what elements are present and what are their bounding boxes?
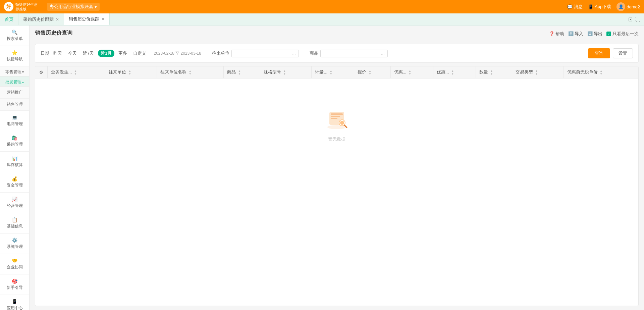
content-area: 销售历史价查询 ❓ 帮助 ⬆️ 导入 ⬇️ 导出 ✓ bbox=[30, 25, 644, 310]
column-quantity[interactable]: 数量 ▲▼ bbox=[476, 66, 512, 78]
column-unit[interactable]: 计量... ▲▼ bbox=[312, 66, 354, 78]
table-header-row: ⚙ 业务发生... ▲▼ 往来单位 ▲▼ 往来单位名称 bbox=[35, 66, 638, 78]
purchase-mgmt-label: 采购管理 bbox=[7, 142, 23, 147]
top-toolbar: ❓ 帮助 ⬆️ 导入 ⬇️ 导出 ✓ 只看最后一次 bbox=[549, 31, 639, 37]
maximize-icon[interactable]: ⛶ bbox=[635, 16, 641, 22]
import-button[interactable]: ⬆️ 导入 bbox=[568, 31, 583, 37]
sort-icon-quantity: ▲▼ bbox=[490, 69, 493, 75]
query-row: 日期 昨天 今天 近7天 近1月 更多 自定义 2023-02-18 至 202… bbox=[41, 48, 633, 58]
partner-field: 往来单位 ... bbox=[212, 50, 299, 57]
column-goods[interactable]: 商品 ▲▼ bbox=[224, 66, 260, 78]
logo-text: 畅捷信好生意 标准版 bbox=[15, 2, 38, 12]
date-range-text: 2023-02-18 至 2023-03-18 bbox=[154, 51, 201, 56]
gear-icon[interactable]: ⚙ bbox=[39, 70, 43, 75]
goods-input[interactable] bbox=[323, 51, 380, 56]
sort-icon-goods: ▲▼ bbox=[238, 69, 241, 75]
ecommerce-label: 电商管理 bbox=[7, 121, 23, 127]
partner-input[interactable] bbox=[234, 51, 291, 56]
column-trade-type[interactable]: 交易类型 ▲▼ bbox=[512, 66, 564, 78]
date-btn-7days[interactable]: 近7天 bbox=[81, 50, 96, 57]
help-button[interactable]: ❓ 帮助 bbox=[549, 31, 564, 37]
sidebar-item-basic-info[interactable]: 📋 基础信息 bbox=[0, 213, 29, 234]
purchase-tab-label: 采购历史价跟踪 bbox=[23, 16, 54, 22]
sidebar-item-retail[interactable]: 零售管理 ▾ bbox=[0, 66, 29, 76]
page-content: 销售历史价查询 ❓ 帮助 ⬆️ 导入 ⬇️ 导出 ✓ bbox=[30, 25, 644, 310]
sort-icon-discount1: ▲▼ bbox=[409, 69, 411, 75]
date-btn-more[interactable]: 更多 bbox=[116, 50, 129, 57]
message-button[interactable]: 💬 消息 bbox=[567, 4, 583, 10]
goods-label: 商品 bbox=[310, 50, 318, 56]
sidebar-item-purchase-mgmt[interactable]: 🛍️ 采购管理 bbox=[0, 131, 29, 152]
page-title: 销售历史价查询 bbox=[35, 30, 72, 37]
sidebar-item-ecommerce[interactable]: 💻 电商管理 bbox=[0, 111, 29, 131]
ecommerce-icon: 💻 bbox=[12, 115, 17, 120]
column-spec[interactable]: 规格型号 ▲▼ bbox=[260, 66, 312, 78]
operations-label: 经营管理 bbox=[7, 203, 23, 209]
basic-info-icon: 📋 bbox=[12, 217, 17, 222]
date-btn-custom[interactable]: 自定义 bbox=[131, 50, 148, 57]
sidebar-item-app-center[interactable]: 📱 应用中心 bbox=[0, 295, 29, 310]
sidebar-item-system[interactable]: ⚙️ 系统管理 bbox=[0, 234, 29, 254]
column-discount2[interactable]: 优惠... ▲▼ bbox=[433, 66, 476, 78]
sidebar-item-enterprise[interactable]: 🤝 企业协同 bbox=[0, 254, 29, 274]
company-selector[interactable]: 办公用品行业模拟账套 ▾ bbox=[47, 3, 100, 11]
app-download-button[interactable]: 📱 App下载 bbox=[588, 4, 611, 10]
goods-input-wrapper[interactable]: ... bbox=[320, 50, 388, 57]
svg-rect-2 bbox=[331, 113, 343, 115]
sidebar-item-marketing[interactable]: 营销推广 bbox=[0, 87, 29, 99]
column-gear[interactable]: ⚙ bbox=[35, 66, 47, 78]
sales-tab-close[interactable]: ✕ bbox=[101, 17, 105, 21]
partner-input-wrapper[interactable]: ... bbox=[231, 50, 299, 57]
partner-dots-btn[interactable]: ... bbox=[292, 51, 296, 56]
date-btn-today[interactable]: 今天 bbox=[66, 50, 79, 57]
sidebar: 🔍 搜索菜单 ⭐ 快捷导航 零售管理 ▾ 批发管理 ▴ 营销推广 销售管理 💻 … bbox=[0, 25, 30, 310]
column-pre-tax-price[interactable]: 优惠前无税单价 ▲▼ bbox=[564, 66, 638, 78]
svg-rect-3 bbox=[331, 116, 340, 117]
column-price[interactable]: 报价 ▲▼ bbox=[354, 66, 390, 78]
query-buttons: 查询 设置 bbox=[588, 48, 633, 58]
sidebar-item-guide[interactable]: 🎯 新手引导 bbox=[0, 274, 29, 295]
tab-bar-actions: ⊡ ⛶ bbox=[625, 13, 644, 25]
goods-field: 商品 ... bbox=[310, 50, 388, 57]
sort-icon-partner-name: ▲▼ bbox=[189, 69, 192, 75]
tab-purchase[interactable]: 采购历史价跟踪 ✕ bbox=[18, 13, 64, 25]
column-partner-code[interactable]: 往来单位 ▲▼ bbox=[105, 66, 157, 78]
only-last-checkbox[interactable]: ✓ 只看最后一次 bbox=[606, 31, 639, 37]
date-label: 日期 bbox=[41, 50, 49, 56]
sort-icon-discount2: ▲▼ bbox=[451, 69, 454, 75]
minimize-icon[interactable]: ⊡ bbox=[628, 16, 633, 22]
tab-sales[interactable]: 销售历史价跟踪 ✕ bbox=[64, 13, 110, 25]
user-profile[interactable]: 👤 demo2 bbox=[616, 2, 640, 11]
export-button[interactable]: ⬇️ 导出 bbox=[587, 31, 602, 37]
purchase-tab-close[interactable]: ✕ bbox=[56, 17, 59, 21]
column-partner-name[interactable]: 往来单位名称 ▲▼ bbox=[157, 66, 224, 78]
logo-area: 好 畅捷信好生意 标准版 bbox=[4, 2, 38, 12]
sales-mgmt-label: 销售管理 bbox=[7, 102, 23, 107]
finance-label: 资金管理 bbox=[7, 183, 23, 188]
date-btn-1month[interactable]: 近1月 bbox=[98, 50, 114, 57]
operations-icon: 📈 bbox=[12, 197, 17, 202]
date-btn-yesterday[interactable]: 昨天 bbox=[51, 50, 64, 57]
query-panel: 日期 昨天 今天 近7天 近1月 更多 自定义 2023-02-18 至 202… bbox=[35, 44, 639, 63]
inventory-icon: 📊 bbox=[12, 156, 17, 161]
sidebar-item-finance[interactable]: 💰 资金管理 bbox=[0, 172, 29, 193]
column-biz-date[interactable]: 业务发生... ▲▼ bbox=[47, 66, 105, 78]
sidebar-item-wholesale[interactable]: 批发管理 ▴ bbox=[0, 76, 29, 87]
tab-home[interactable]: 首页 bbox=[0, 13, 18, 25]
app-center-label: 应用中心 bbox=[7, 305, 23, 310]
sort-icon-pre-tax-price: ▲▼ bbox=[600, 69, 602, 75]
settings-button[interactable]: 设置 bbox=[613, 48, 633, 58]
sidebar-item-inventory[interactable]: 📊 库存核算 bbox=[0, 152, 29, 172]
goods-dots-btn[interactable]: ... bbox=[381, 51, 385, 56]
search-icon: 🔍 bbox=[12, 30, 17, 35]
sidebar-item-quick-nav[interactable]: ⭐ 快捷导航 bbox=[0, 46, 29, 66]
data-table-container: ⚙ 业务发生... ▲▼ 往来单位 ▲▼ 往来单位名称 bbox=[35, 66, 639, 306]
import-icon: ⬆️ bbox=[568, 31, 574, 36]
sidebar-item-sales-mgmt[interactable]: 销售管理 bbox=[0, 99, 29, 111]
sidebar-item-search[interactable]: 🔍 搜索菜单 bbox=[0, 25, 29, 46]
header-right: 💬 消息 📱 App下载 👤 demo2 bbox=[567, 2, 640, 11]
sales-tab-label: 销售历史价跟踪 bbox=[69, 16, 99, 22]
query-button[interactable]: 查询 bbox=[588, 48, 610, 58]
sidebar-item-operations[interactable]: 📈 经营管理 bbox=[0, 193, 29, 213]
column-discount1[interactable]: 优惠... ▲▼ bbox=[390, 66, 433, 78]
